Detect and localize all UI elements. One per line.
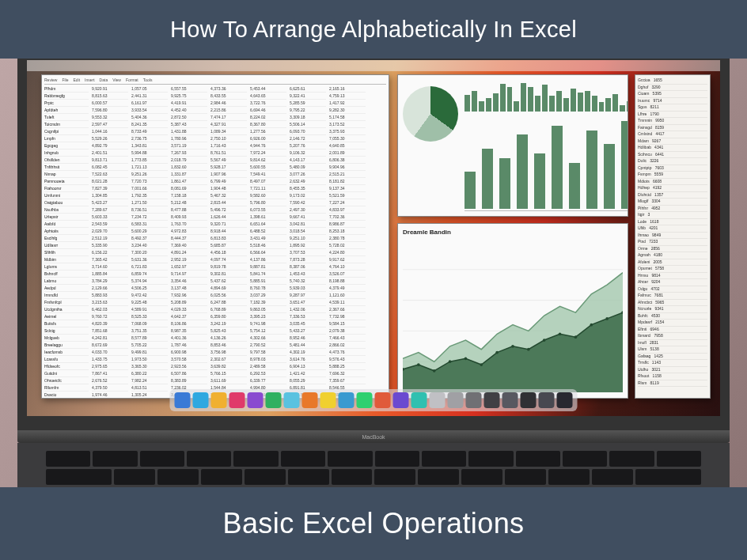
laptop: ReviewFileEditInsertDataViewFormatTools … [17, 59, 730, 487]
desktop-wallpaper: ReviewFileEditInsertDataViewFormatTools … [27, 60, 720, 416]
dock-app-21 [557, 392, 573, 408]
svg-point-10 [495, 351, 499, 354]
bar-chart [465, 116, 628, 211]
page-subtitle: Basic Excel Operations [223, 507, 525, 540]
svg-point-5 [417, 363, 420, 366]
macos-dock [170, 389, 578, 411]
svg-point-13 [543, 339, 546, 342]
spreadsheet-toolbar: ReviewFileEditInsertDataViewFormatTools [44, 78, 386, 85]
hero-scene: ReviewFileEditInsertDataViewFormatTools … [0, 59, 747, 487]
area-chart [403, 239, 623, 392]
charts-window-bottom: Dreamle Bandin [397, 223, 628, 399]
svg-point-14 [559, 332, 562, 335]
dock-app-6 [284, 392, 300, 408]
svg-point-8 [465, 357, 468, 360]
svg-point-6 [433, 369, 436, 373]
dock-app-0 [175, 392, 191, 408]
laptop-keyboard [17, 443, 730, 487]
svg-point-12 [527, 348, 530, 351]
page-title: How To Arrange Alphabetically In Excel [170, 17, 577, 43]
dock-app-18 [502, 392, 518, 408]
laptop-brand-label: MacBook [362, 434, 385, 440]
svg-point-7 [449, 360, 452, 363]
svg-point-11 [511, 345, 514, 348]
dock-app-17 [484, 392, 500, 408]
macos-menubar [27, 60, 720, 71]
svg-point-17 [605, 317, 609, 320]
dock-app-13 [411, 392, 427, 408]
dock-app-1 [193, 392, 209, 408]
dock-app-16 [466, 392, 482, 408]
dock-app-11 [375, 392, 391, 408]
dock-app-10 [357, 392, 373, 408]
laptop-screen: ReviewFileEditInsertDataViewFormatTools … [17, 59, 730, 430]
laptop-hinge: MacBook [17, 430, 730, 443]
dock-app-15 [448, 392, 464, 408]
dock-app-5 [266, 392, 282, 408]
mini-bar-chart [465, 80, 628, 112]
svg-point-9 [480, 363, 483, 366]
spreadsheet-grid: PfhdmRabbmegfgPrptcApfdtehTuleftToicmdmC… [44, 86, 386, 399]
dock-app-8 [320, 392, 336, 408]
dock-app-9 [339, 392, 355, 408]
title-band: How To Arrange Alphabetically In Excel [0, 0, 747, 59]
svg-point-15 [574, 335, 578, 339]
subtitle-band: Basic Excel Operations [0, 487, 747, 560]
charts-window-top [397, 74, 628, 217]
pie-chart [403, 86, 458, 142]
dock-app-20 [539, 392, 555, 408]
dock-app-12 [393, 392, 409, 408]
spreadsheet-window: ReviewFileEditInsertDataViewFormatTools … [41, 74, 389, 399]
dock-app-14 [430, 392, 446, 408]
dock-app-7 [302, 392, 318, 408]
svg-point-16 [590, 324, 593, 327]
chart-title: Dreamle Bandin [403, 229, 623, 236]
dock-app-3 [229, 392, 245, 408]
dock-app-2 [211, 392, 227, 408]
data-list-window: Gccioa 1655Dghof 3290Cioam 5395Iruumc 97… [635, 74, 711, 399]
dock-app-4 [248, 392, 264, 408]
dock-app-19 [521, 392, 537, 408]
